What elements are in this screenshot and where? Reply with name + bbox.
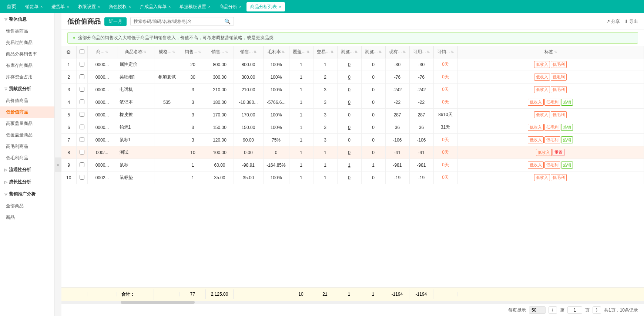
sidebar-item-all-goods[interactable]: 全部商品 bbox=[0, 200, 54, 212]
browse-link[interactable]: 0 bbox=[348, 175, 350, 180]
page-size-select[interactable]: 50 100 200 bbox=[529, 306, 546, 314]
gear-icon[interactable]: ⚙ bbox=[66, 49, 71, 55]
row-checkbox[interactable] bbox=[80, 74, 84, 79]
row-tags-cell: 低收入低毛利 bbox=[457, 109, 644, 121]
row-browse1-cell[interactable]: 0 bbox=[337, 134, 361, 146]
sidebar-item-new-goods[interactable]: 新品 bbox=[0, 212, 54, 223]
sidebar-group-overall[interactable]: ▽ 整体信息 bbox=[0, 13, 54, 26]
sidebar-item-high-value[interactable]: 高价值商品 bbox=[0, 95, 54, 106]
row-browse1-cell[interactable]: 0 bbox=[337, 96, 361, 109]
sidebar-group-growth[interactable]: ▷ 成长性分析 bbox=[0, 176, 54, 188]
row-checkbox[interactable] bbox=[80, 162, 84, 167]
row-stock-cell: -22 bbox=[385, 96, 409, 109]
row-check-cell[interactable] bbox=[76, 171, 87, 184]
share-btn[interactable]: ↗ 分享 bbox=[606, 18, 620, 25]
sidebar-item-capital[interactable]: 库存资金占用 bbox=[0, 71, 54, 83]
browse-link[interactable]: 1 bbox=[348, 163, 350, 168]
filter-btn[interactable]: 近一月 bbox=[104, 17, 127, 26]
row-gross-cell: 0 bbox=[263, 146, 289, 159]
row-browse1-cell[interactable]: 0 bbox=[337, 146, 361, 159]
search-input[interactable] bbox=[134, 19, 222, 24]
sidebar-group-flow[interactable]: ▷ 流通性分析 bbox=[0, 164, 54, 176]
nav-inbound[interactable]: 产成品入库单 × bbox=[136, 2, 174, 11]
row-checkbox[interactable] bbox=[80, 137, 84, 142]
row-cover-cell: 1 bbox=[289, 96, 313, 109]
sidebar-item-high-margin[interactable]: 高毛利商品 bbox=[0, 141, 54, 152]
row-code-cell: 0000... bbox=[87, 84, 117, 96]
row-checkbox[interactable] bbox=[80, 125, 84, 129]
row-check-cell[interactable] bbox=[76, 159, 87, 171]
first-page-btn[interactable]: ⟨ bbox=[549, 306, 557, 314]
row-checkbox[interactable] bbox=[80, 175, 84, 180]
sidebar-item-high-coverage[interactable]: 高覆盖量商品 bbox=[0, 118, 54, 129]
nav-home[interactable]: 首页 bbox=[3, 2, 20, 11]
row-checkbox[interactable] bbox=[80, 62, 84, 67]
row-check-cell[interactable] bbox=[76, 146, 87, 159]
row-check-cell[interactable] bbox=[76, 84, 87, 96]
row-stock-cell: -19 bbox=[385, 171, 409, 184]
sidebar-item-stock-goods[interactable]: 有库存的商品 bbox=[0, 60, 54, 71]
sidebar-item-low-margin[interactable]: 低毛利商品 bbox=[0, 152, 54, 164]
row-browse1-cell[interactable]: 0 bbox=[337, 84, 361, 96]
sidebar-group-contribution[interactable]: ▽ 贡献度分析 bbox=[0, 83, 54, 95]
tag-label: 热销 bbox=[561, 136, 573, 143]
sidebar-collapse-btn[interactable]: « bbox=[55, 157, 61, 172]
col-sale2: 销售...⇅ bbox=[234, 46, 263, 58]
row-check-cell[interactable] bbox=[76, 71, 87, 84]
total-label-cell bbox=[61, 292, 76, 296]
nav-role[interactable]: 角色授权 × bbox=[105, 2, 134, 11]
browse-link[interactable]: 0 bbox=[348, 62, 350, 67]
browse-link[interactable]: 0 bbox=[348, 150, 350, 155]
row-browse1-cell[interactable]: 0 bbox=[337, 171, 361, 184]
nav-analysis-list[interactable]: 商品分析列表 × bbox=[246, 2, 285, 11]
row-check-cell[interactable] bbox=[76, 109, 87, 121]
browse-link[interactable]: 0 bbox=[348, 137, 350, 143]
browse-link[interactable]: 0 bbox=[348, 100, 350, 105]
row-checkbox[interactable] bbox=[80, 112, 84, 117]
col-checkbox[interactable] bbox=[76, 46, 87, 58]
export-btn[interactable]: ⬇ 导出 bbox=[624, 18, 638, 25]
col-gear[interactable]: ⚙ bbox=[61, 46, 76, 58]
nav-product-analysis[interactable]: 商品分析 × bbox=[216, 2, 245, 11]
col-trade: 交易...⇅ bbox=[313, 46, 337, 58]
row-browse1-cell[interactable]: 1 bbox=[337, 159, 361, 171]
row-code-cell: 0000... bbox=[87, 96, 117, 109]
select-all-checkbox[interactable] bbox=[80, 49, 84, 54]
row-check-cell[interactable] bbox=[76, 134, 87, 146]
scrollbar-thumb[interactable] bbox=[121, 301, 195, 304]
row-tags-cell: 低收入重置 bbox=[457, 146, 644, 159]
row-checkbox[interactable] bbox=[80, 150, 84, 154]
next-page-btn[interactable]: ⟩ bbox=[593, 306, 601, 314]
row-browse1-cell[interactable]: 0 bbox=[337, 58, 361, 71]
sidebar-item-traded-goods[interactable]: 交易过的商品 bbox=[0, 37, 54, 48]
row-checkbox[interactable] bbox=[80, 99, 84, 104]
row-check-cell[interactable] bbox=[76, 58, 87, 71]
browse-link[interactable]: 0 bbox=[348, 125, 350, 130]
nav-close-sales[interactable]: × bbox=[39, 4, 43, 9]
nav-permission[interactable]: 权限设置 × bbox=[74, 2, 104, 11]
browse-link[interactable]: 0 bbox=[348, 75, 350, 80]
row-checkbox[interactable] bbox=[80, 87, 84, 92]
row-num-cell: 5 bbox=[61, 109, 76, 121]
sidebar-item-sales-goods[interactable]: 销售类商品 bbox=[0, 26, 54, 37]
sidebar-item-low-value[interactable]: 低价值商品 bbox=[0, 106, 54, 118]
browse-link[interactable]: 0 bbox=[348, 87, 350, 92]
row-browse1-cell[interactable]: 0 bbox=[337, 121, 361, 134]
browse-link[interactable]: 0 bbox=[348, 112, 350, 118]
horizontal-scrollbar[interactable] bbox=[61, 301, 644, 304]
nav-template[interactable]: 单据模板设置 × bbox=[176, 2, 214, 11]
nav-purchase[interactable]: 进货单 × bbox=[48, 2, 73, 11]
sidebar-item-category-rate[interactable]: 商品分类销售率 bbox=[0, 48, 54, 60]
row-qty-cell: 1 bbox=[180, 159, 206, 171]
row-browse1-cell[interactable]: 0 bbox=[337, 71, 361, 84]
row-check-cell[interactable] bbox=[76, 121, 87, 134]
row-check-cell[interactable] bbox=[76, 96, 87, 109]
row-salable-cell: 8610天 bbox=[433, 109, 457, 121]
search-icon[interactable]: 🔍 bbox=[224, 18, 231, 24]
page-number-input[interactable] bbox=[567, 306, 582, 314]
table-wrapper[interactable]: ⚙ 商...⇅ 商品名称⇅ 规格...⇅ 销售...⇅ 销售...⇅ 销售...… bbox=[61, 46, 644, 287]
sidebar-item-low-coverage[interactable]: 低覆盖量商品 bbox=[0, 129, 54, 141]
nav-sales[interactable]: 销货单 × bbox=[21, 2, 46, 11]
sidebar-group-marketing[interactable]: ▽ 营销推广分析 bbox=[0, 188, 54, 200]
row-browse1-cell[interactable]: 0 bbox=[337, 109, 361, 121]
